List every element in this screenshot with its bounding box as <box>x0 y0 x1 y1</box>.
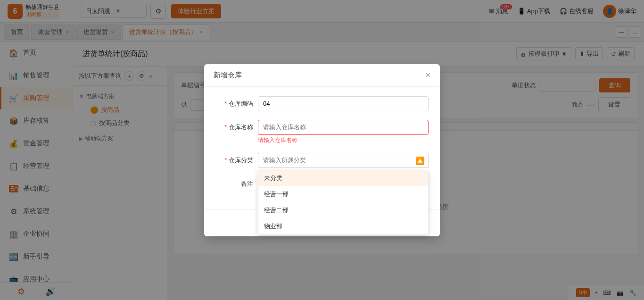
warehouse-name-error: 请输入仓库名称 <box>258 136 429 144</box>
modal-close-button[interactable]: × <box>425 71 430 79</box>
modal-overlay: 新增仓库 × 仓库编码 仓库名称 请输入仓库名称 仓库分类 <box>0 0 644 300</box>
modal-body: 仓库编码 仓库名称 请输入仓库名称 仓库分类 🔼 <box>204 87 440 209</box>
warehouse-name-input[interactable] <box>258 120 429 135</box>
warehouse-code-label: 仓库编码 <box>215 96 253 111</box>
warehouse-code-control <box>258 96 429 111</box>
warehouse-name-row: 仓库名称 请输入仓库名称 <box>215 120 429 144</box>
warehouse-notes-label: 备注 <box>215 176 253 192</box>
dropdown-item-dept2[interactable]: 经营二部 <box>258 202 428 218</box>
modal-title: 新增仓库 <box>214 71 242 80</box>
add-warehouse-modal: 新增仓库 × 仓库编码 仓库名称 请输入仓库名称 仓库分类 <box>204 64 440 236</box>
dropdown-item-dept1[interactable]: 经营一部 <box>258 186 428 202</box>
warehouse-category-row: 仓库分类 🔼 未分类 经营一部 经营二部 物业部 <box>215 153 429 168</box>
dropdown-item-none[interactable]: 未分类 <box>258 170 428 186</box>
modal-header: 新增仓库 × <box>204 64 440 87</box>
warehouse-name-control: 请输入仓库名称 <box>258 120 429 144</box>
category-dropdown-arrow[interactable]: 🔼 <box>415 156 425 165</box>
category-input[interactable] <box>258 153 429 168</box>
dropdown-item-property[interactable]: 物业部 <box>258 218 428 234</box>
category-select-wrapper: 🔼 <box>258 153 429 168</box>
warehouse-code-input[interactable] <box>258 96 429 111</box>
warehouse-name-label: 仓库名称 <box>215 120 253 135</box>
warehouse-category-label: 仓库分类 <box>215 153 253 168</box>
category-dropdown: 未分类 经营一部 经营二部 物业部 <box>258 170 429 235</box>
warehouse-category-control: 🔼 未分类 经营一部 经营二部 物业部 <box>258 153 429 168</box>
warehouse-code-row: 仓库编码 <box>215 96 429 111</box>
